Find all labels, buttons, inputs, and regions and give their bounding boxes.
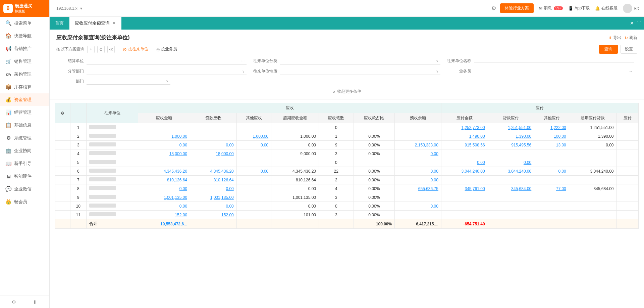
filter-collapse-btn[interactable]: ≪ <box>107 46 115 53</box>
messages-button[interactable]: ✉ 消息 99+ <box>539 5 563 11</box>
sidebar-item-inventory[interactable]: 📦库存核算 <box>0 81 49 93</box>
collapse-bar[interactable]: ∧ 收起更多条件 <box>56 87 637 96</box>
row-ap-amount[interactable]: 1,252,773.00 <box>441 123 488 132</box>
row-ap-amount[interactable]: 915,508.56 <box>441 141 488 149</box>
sidebar-item-enterprise[interactable]: 🏢企业协同 <box>0 144 49 157</box>
row-ap-loan[interactable] <box>488 211 534 219</box>
link-ar-advance[interactable]: 0.00 <box>431 151 438 156</box>
input-partner-nature[interactable]: ∨ <box>280 68 440 75</box>
filter-scheme-btn[interactable]: ⊙ <box>97 46 105 53</box>
tab-fullscreen-icon[interactable]: ⛶ <box>637 20 641 26</box>
row-ar-other[interactable]: 1,000.00 <box>236 132 271 141</box>
row-ar-amount[interactable]: 0.00 <box>138 202 190 211</box>
row-ar-loan[interactable]: 152.00 <box>190 211 237 219</box>
row-ar-advance[interactable] <box>395 211 441 219</box>
row-ar-loan[interactable] <box>190 132 237 141</box>
row-ar-advance[interactable] <box>395 132 441 141</box>
row-ar-other[interactable] <box>236 123 271 132</box>
online-support-button[interactable]: 🔔 在线客服 <box>595 5 618 11</box>
row-ar-other[interactable] <box>236 193 271 202</box>
link-ap-amount[interactable]: 0.00 <box>477 160 485 165</box>
input-dept-arrow[interactable]: ∨ <box>166 79 168 83</box>
row-ap-other[interactable] <box>534 202 569 211</box>
header-settings-icon[interactable]: ⚙ <box>491 5 496 11</box>
total-ar-amount[interactable]: 19,553,472,6... <box>138 219 190 229</box>
link-ap-other[interactable]: 13.00 <box>556 143 566 147</box>
link-ar-loan[interactable]: 152.00 <box>221 213 234 217</box>
row-ar-amount[interactable]: 0.00 <box>138 141 190 149</box>
tab-close-window-icon[interactable]: ✕ <box>630 20 634 26</box>
input-partner-cat-arrow[interactable]: ∨ <box>436 59 438 63</box>
row-ap-loan[interactable]: 3,044,240.00 <box>488 167 534 176</box>
row-ap-other[interactable] <box>534 193 569 202</box>
link-ap-amount[interactable]: 915,508.56 <box>465 143 485 147</box>
row-ap-amount[interactable] <box>441 211 488 219</box>
input-salesperson-trigger[interactable]: ··· <box>629 69 632 74</box>
row-ar-advance[interactable] <box>395 123 441 132</box>
link-ar-advance[interactable]: 0.00 <box>431 169 438 174</box>
link-ar-amount[interactable]: 0.00 <box>179 204 187 209</box>
sidebar-item-search[interactable]: 🔍搜索菜单 <box>0 17 49 30</box>
link-ap-loan[interactable]: 1,390.00 <box>516 134 532 139</box>
scheme-by-unit[interactable]: ⊙ 按往来单位 <box>120 45 151 53</box>
row-ap-amount[interactable]: 1,490.00 <box>441 132 488 141</box>
settings-button[interactable]: 设置 <box>621 45 637 54</box>
row-ar-loan[interactable]: 810,126.64 <box>190 176 237 184</box>
link-ar-other[interactable]: 0.00 <box>261 143 268 147</box>
input-dept[interactable]: ∨ <box>87 78 170 85</box>
row-ap-other[interactable] <box>534 158 569 167</box>
row-ar-amount[interactable] <box>138 158 190 167</box>
row-ap-other[interactable]: 1,222.00 <box>534 123 569 132</box>
row-ap-amount[interactable] <box>441 176 488 184</box>
row-ar-loan[interactable]: 0.00 <box>190 184 237 193</box>
scheme-by-staff[interactable]: ◎ 按业务员 <box>154 45 180 53</box>
tab-ar-ap[interactable]: 应收应付余额查询 ✕ <box>69 17 121 30</box>
row-ar-advance[interactable]: 0.00 <box>395 149 441 158</box>
row-ar-loan[interactable]: 0.00 <box>190 202 237 211</box>
link-ar-amount[interactable]: 0.00 <box>179 186 187 191</box>
link-ap-other[interactable]: 77.00 <box>556 186 566 191</box>
row-ar-loan[interactable]: 4,345,436.20 <box>190 167 237 176</box>
sidebar-item-base-info[interactable]: 📋基础信息 <box>0 119 49 132</box>
row-ap-other[interactable]: 13.00 <box>534 141 569 149</box>
link-ar-loan[interactable]: 4,345,436.20 <box>210 169 234 174</box>
row-ar-amount[interactable]: 152.00 <box>138 211 190 219</box>
row-ar-amount[interactable]: 1,000.00 <box>138 132 190 141</box>
row-ap-amount[interactable]: 3,044,240.00 <box>441 167 488 176</box>
link-ar-amount[interactable]: 152.00 <box>175 213 187 217</box>
row-ar-advance[interactable] <box>395 193 441 202</box>
row-ar-other[interactable] <box>236 184 271 193</box>
row-ar-advance[interactable] <box>395 158 441 167</box>
export-button[interactable]: ⬆ 导出 <box>608 35 621 41</box>
row-ar-amount[interactable]: 1,001,135.00 <box>138 193 190 202</box>
tab-home[interactable]: 首页 <box>50 17 69 30</box>
link-ar-amount[interactable]: 1,001,135.00 <box>164 195 187 200</box>
row-ar-loan[interactable]: 0.00 <box>190 141 237 149</box>
row-ap-loan[interactable] <box>488 193 534 202</box>
row-ar-other[interactable]: 0.00 <box>236 141 271 149</box>
filter-add-btn[interactable]: ＋ <box>87 46 95 53</box>
row-ar-advance[interactable]: 0.00 <box>395 176 441 184</box>
row-ap-amount[interactable] <box>441 149 488 158</box>
sidebar-item-hardware[interactable]: 🖥智能硬件 <box>0 170 49 183</box>
input-partner-cat[interactable]: ∨ <box>280 58 440 64</box>
row-ap-amount[interactable] <box>441 202 488 211</box>
refresh-button[interactable]: ↻ 刷新 <box>625 35 637 41</box>
promo-button[interactable]: 体验行业方案 <box>500 3 534 13</box>
link-ap-amount[interactable]: 3,044,240.00 <box>462 169 485 174</box>
row-ap-other[interactable]: 77.00 <box>534 184 569 193</box>
link-ap-loan[interactable]: 1,251,551.00 <box>508 125 531 130</box>
row-ap-loan[interactable]: 345,684.00 <box>488 184 534 193</box>
row-ar-amount[interactable]: 4,345,436.20 <box>138 167 190 176</box>
link-ar-amount[interactable]: 4,345,436.20 <box>164 169 187 174</box>
link-ap-amount[interactable]: 1,490.00 <box>469 134 485 139</box>
row-ap-loan[interactable]: 915,495.56 <box>488 141 534 149</box>
sidebar-item-sales[interactable]: 🛒销售管理 <box>0 55 49 68</box>
row-ap-loan[interactable] <box>488 149 534 158</box>
row-ar-other[interactable] <box>236 149 271 158</box>
link-ar-advance[interactable]: 655,636.75 <box>418 186 438 191</box>
link-ap-other[interactable]: 0.00 <box>558 169 566 174</box>
row-ar-amount[interactable] <box>138 123 190 132</box>
row-ap-loan[interactable] <box>488 202 534 211</box>
link-ar-amount[interactable]: 0.00 <box>179 143 187 147</box>
